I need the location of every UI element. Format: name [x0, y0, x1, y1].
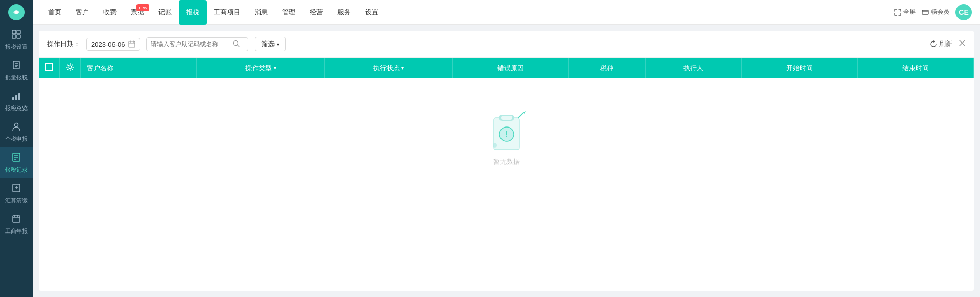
- svg-text:!: !: [505, 130, 508, 138]
- table-wrap: 客户名称 操作类型▾ 执行状态▾ 错误原因 税种 执行人 开始时间 结束时间: [39, 58, 974, 291]
- nav-bookkeeping[interactable]: 记账: [151, 0, 179, 25]
- search-button[interactable]: [233, 40, 240, 49]
- col-end-time: 结束时间: [858, 58, 974, 78]
- empty-illustration: !: [484, 109, 530, 157]
- sidebar-label-annual-report: 工商年报: [5, 227, 28, 235]
- sidebar-label-batch-tax: 批量报税: [5, 74, 28, 81]
- avatar[interactable]: CE: [955, 4, 972, 20]
- svg-line-31: [237, 45, 239, 47]
- col-operation-type: 操作类型▾: [196, 58, 324, 78]
- refresh-button[interactable]: 刷新: [930, 39, 952, 49]
- tax-settings-icon: [11, 29, 21, 41]
- col-executor: 执行人: [645, 58, 742, 78]
- svg-rect-37: [501, 116, 512, 120]
- svg-rect-10: [12, 97, 14, 100]
- nav-message[interactable]: 消息: [247, 0, 275, 25]
- sidebar-label-tax-records: 报税记录: [5, 166, 28, 174]
- svg-point-13: [15, 123, 18, 127]
- nav-operation[interactable]: 经营: [303, 0, 330, 25]
- member-icon: [922, 9, 929, 16]
- svg-point-1: [15, 11, 18, 14]
- calendar-icon: [128, 40, 135, 48]
- svg-rect-11: [15, 95, 17, 100]
- svg-marker-41: [523, 111, 526, 114]
- settings-col-icon: [66, 63, 74, 71]
- batch-tax-icon: [11, 60, 21, 72]
- svg-rect-5: [17, 35, 20, 38]
- nav-home[interactable]: 首页: [41, 0, 69, 25]
- search-icon: [233, 40, 240, 47]
- nav-customer[interactable]: 客户: [69, 0, 96, 25]
- page-content: 操作日期： 2023-06-06: [39, 31, 974, 291]
- close-button[interactable]: [959, 39, 966, 49]
- topnav: 首页 客户 收费 票据 new 记账 报税 工商项目 消息: [33, 0, 980, 25]
- svg-point-34: [69, 66, 72, 69]
- filter-arrow-status: ▾: [401, 65, 404, 71]
- date-label: 操作日期：: [47, 39, 80, 49]
- col-exec-status: 执行状态▾: [325, 58, 452, 78]
- sidebar-label-tax-summary: 报税总览: [5, 104, 28, 112]
- col-tax-type: 税种: [568, 58, 645, 78]
- filter-arrow-operation: ▾: [274, 65, 276, 71]
- svg-rect-12: [18, 93, 20, 100]
- sidebar-item-tax-records[interactable]: 报税记录: [0, 147, 33, 178]
- col-settings: [60, 58, 81, 78]
- tax-summary-icon: [11, 91, 21, 102]
- nav-service[interactable]: 服务: [330, 0, 358, 25]
- col-error-reason: 错误原因: [452, 58, 568, 78]
- toolbar: 操作日期： 2023-06-06: [39, 31, 974, 58]
- empty-state: ! 暂无数据: [39, 78, 974, 197]
- empty-text: 暂无数据: [493, 157, 520, 166]
- col-checkbox: [39, 58, 60, 78]
- nav-settings[interactable]: 设置: [358, 0, 385, 25]
- nav-items: 首页 客户 收费 票据 new 记账 报税 工商项目 消息: [41, 0, 894, 25]
- sidebar-item-personal-tax[interactable]: 个税申报: [0, 117, 33, 147]
- svg-point-42: [493, 143, 497, 148]
- content-area: 操作日期： 2023-06-06: [33, 25, 980, 297]
- search-wrap: [146, 37, 248, 51]
- personal-tax-icon: [11, 121, 21, 133]
- nav-billing[interactable]: 收费: [96, 0, 124, 25]
- sidebar-item-tax-summary[interactable]: 报税总览: [0, 86, 33, 117]
- close-icon: [959, 39, 966, 47]
- refresh-icon: [930, 40, 937, 48]
- topnav-right: 全屏 畅会员 CE: [894, 4, 972, 20]
- nav-business[interactable]: 工商项目: [207, 0, 247, 25]
- sidebar-item-batch-tax[interactable]: 批量报税: [0, 55, 33, 86]
- svg-rect-21: [13, 216, 20, 222]
- nav-manage[interactable]: 管理: [275, 0, 303, 25]
- sidebar-label-personal-tax: 个税申报: [5, 135, 28, 143]
- member-btn[interactable]: 畅会员: [922, 8, 949, 16]
- sidebar-label-calc-remit: 汇算清缴: [5, 197, 28, 204]
- svg-rect-3: [17, 30, 20, 34]
- col-customer-name: 客户名称: [81, 58, 197, 78]
- col-start-time: 开始时间: [742, 58, 858, 78]
- main-container: 首页 客户 收费 票据 new 记账 报税 工商项目 消息: [33, 0, 980, 297]
- date-picker[interactable]: 2023-06-06: [86, 38, 140, 51]
- search-input[interactable]: [151, 40, 233, 48]
- sidebar-item-tax-settings[interactable]: 报税设置: [0, 25, 33, 55]
- svg-rect-26: [129, 41, 135, 47]
- nav-tax[interactable]: 报税: [179, 0, 207, 25]
- sidebar: 报税设置 批量报税 报税总览: [0, 0, 33, 297]
- sidebar-logo: [0, 0, 33, 25]
- annual-report-icon: [11, 214, 21, 225]
- app-logo: [8, 4, 25, 20]
- sidebar-item-calc-remit[interactable]: 汇算清缴: [0, 178, 33, 209]
- sidebar-label-tax-settings: 报税设置: [5, 43, 28, 51]
- svg-rect-2: [12, 30, 16, 34]
- svg-line-40: [518, 113, 523, 118]
- date-value: 2023-06-06: [91, 40, 125, 48]
- nav-invoice[interactable]: 票据 new: [124, 0, 151, 25]
- sidebar-item-annual-report[interactable]: 工商年报: [0, 209, 33, 240]
- empty-clipboard-svg: !: [484, 109, 530, 157]
- fullscreen-icon: [894, 9, 901, 16]
- calc-remit-icon: [11, 183, 21, 195]
- new-badge: new: [136, 4, 149, 12]
- svg-rect-25: [922, 10, 928, 14]
- fullscreen-btn[interactable]: 全屏: [894, 8, 916, 16]
- svg-rect-4: [12, 35, 16, 38]
- filter-chevron-icon: ▾: [277, 41, 279, 47]
- select-all-checkbox[interactable]: [45, 63, 53, 71]
- filter-button[interactable]: 筛选 ▾: [255, 37, 286, 51]
